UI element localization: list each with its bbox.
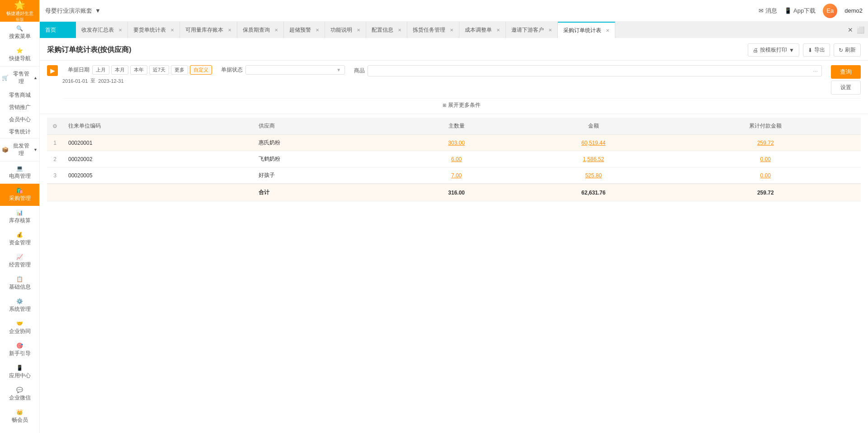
account-dropdown[interactable]: 母婴行业演示账套 ▼ <box>45 7 101 15</box>
sidebar-item-enterprise[interactable]: 🤝 企业协同 <box>0 317 39 339</box>
tab-close-icon[interactable]: ✕ <box>274 28 278 33</box>
sidebar-item-member[interactable]: 会员中心 <box>0 114 39 126</box>
date-range-display: 2016-01-01 至 2023-12-31 <box>62 77 212 84</box>
date-btn-this-year[interactable]: 本年 <box>130 65 147 75</box>
row-paid[interactable]: 259.72 <box>670 135 861 151</box>
date-btn-this-month[interactable]: 本月 <box>111 65 128 75</box>
sidebar-item-wholesale[interactable]: 📦 批发管理 ▼ <box>0 138 39 161</box>
sidebar-item-inventory[interactable]: 📊 库存核算 <box>0 206 39 228</box>
sidebar-item-member2[interactable]: 👑 畅会员 <box>0 405 39 428</box>
system-icon: ⚙️ <box>16 298 23 305</box>
tab-function-desc[interactable]: 功能说明 ✕ <box>325 22 366 38</box>
th-unit-code: 往来单位编码 <box>63 118 253 135</box>
enterprise-icon: 🤝 <box>16 320 23 327</box>
query-button[interactable]: 查询 <box>831 65 861 79</box>
tab-avail-stock[interactable]: 可用量库存账本 ✕ <box>180 22 237 38</box>
tab-close-icon[interactable]: ✕ <box>170 28 174 33</box>
status-select[interactable]: ▼ <box>245 65 345 75</box>
template-print-button[interactable]: 🖨 按模板打印 ▼ <box>748 43 799 57</box>
sidebar-item-app-center[interactable]: 📱 应用中心 <box>0 361 39 383</box>
row-qty[interactable]: 6.00 <box>396 151 516 167</box>
tab-purchase-stats[interactable]: 采购订单统计表 ✕ <box>558 22 615 38</box>
export-button[interactable]: ⬇ 导出 <box>803 43 830 57</box>
sidebar-item-operations[interactable]: 📈 经营管理 <box>0 250 39 272</box>
table-row: 2 00020002 飞鹤奶粉 6.00 1,586.52 0.00 <box>47 151 861 167</box>
export-label: 导出 <box>814 46 825 54</box>
app-logo: 🌟 畅捷通好生意 标版 <box>0 0 39 22</box>
sidebar-item-finance[interactable]: 💰 资金管理 <box>0 228 39 250</box>
row-num: 1 <box>47 135 63 151</box>
tab-close-icon[interactable]: ✕ <box>118 28 122 33</box>
filter-toggle-button[interactable]: ▶ <box>47 65 58 76</box>
tab-order-stats[interactable]: 要货单统计表 ✕ <box>128 22 180 38</box>
settings-button[interactable]: 设置 <box>831 81 861 95</box>
tab-close-icon[interactable]: ✕ <box>228 28 231 33</box>
sidebar-item-basic[interactable]: 📋 基础信息 <box>0 272 39 295</box>
date-btn-7days[interactable]: 近7天 <box>149 65 169 75</box>
tab-cost-adjust[interactable]: 成本调整单 ✕ <box>459 22 506 38</box>
tab-home[interactable]: 首页 <box>40 22 76 38</box>
tab-config-info[interactable]: 配置信息 ✕ <box>366 22 407 38</box>
export-icon: ⬇ <box>808 47 812 53</box>
row-amount[interactable]: 1,586.52 <box>517 151 670 167</box>
row-paid[interactable]: 0.00 <box>670 167 861 184</box>
app-center-icon: 📱 <box>16 365 23 371</box>
sidebar-item-label: 搜索菜单 <box>9 33 31 40</box>
sidebar-item-retail-shop[interactable]: 零售商城 <box>0 89 39 101</box>
tab-close-icon[interactable]: ✕ <box>606 28 609 33</box>
sidebar-item-shortcut[interactable]: ⭐ 快捷导航 <box>0 44 39 66</box>
tabs-bar: 首页 收发存汇总表 ✕ 要货单统计表 ✕ 可用量库存账本 ✕ 保质期查询 ✕ 超… <box>40 22 868 38</box>
close-tab-icon[interactable]: ✕ <box>848 26 853 33</box>
tab-close-icon[interactable]: ✕ <box>496 28 500 33</box>
sidebar-item-purchase[interactable]: 🛍️ 采购管理 <box>0 184 39 206</box>
row-amount[interactable]: 60,519.44 <box>517 135 670 151</box>
sidebar-item-retail[interactable]: 🛒 零售管理 ▲ <box>0 67 39 89</box>
tab-invite-downstream[interactable]: 邀请下游客户 ✕ <box>506 22 558 38</box>
tab-picking-task[interactable]: 拣货任务管理 ✕ <box>407 22 459 38</box>
tab-close-icon[interactable]: ✕ <box>398 28 401 33</box>
column-settings-icon[interactable]: ⚙ <box>52 123 57 129</box>
sidebar-item-newbie[interactable]: 🎯 新手引导 <box>0 339 39 361</box>
refresh-button[interactable]: ↻ 刷新 <box>834 43 861 57</box>
tab-close-icon[interactable]: ✕ <box>548 28 552 33</box>
chevron-right-icon: ▶ <box>50 67 55 74</box>
sidebar-item-retail-stats[interactable]: 零售统计 <box>0 126 39 138</box>
tab-overstock[interactable]: 超储预警 ✕ <box>284 22 325 38</box>
sidebar-item-search[interactable]: 🔍 搜索菜单 <box>0 22 39 44</box>
user-avatar[interactable]: Ea <box>823 4 837 18</box>
sidebar-item-label: 营销推广 <box>9 104 31 111</box>
date-btn-more[interactable]: 更多 <box>171 65 188 75</box>
inventory-icon: 📊 <box>16 209 23 216</box>
tab-expiry-query[interactable]: 保质期查询 ✕ <box>237 22 284 38</box>
tab-close-icon[interactable]: ✕ <box>316 28 319 33</box>
sidebar-item-marketing[interactable]: 营销推广 <box>0 101 39 114</box>
th-settings: ⚙ <box>47 118 63 135</box>
row-amount[interactable]: 525.80 <box>517 167 670 184</box>
footer-label: 合计 <box>253 184 396 201</box>
tab-close-icon[interactable]: ✕ <box>450 28 453 33</box>
row-qty[interactable]: 303.00 <box>396 135 516 151</box>
row-qty[interactable]: 7.00 <box>396 167 516 184</box>
tab-close-icon[interactable]: ✕ <box>357 28 360 33</box>
date-btn-last-month[interactable]: 上月 <box>92 65 109 75</box>
ellipsis-icon: ··· <box>813 67 818 74</box>
sidebar-item-wechat[interactable]: 💬 企业微信 <box>0 383 39 405</box>
maximize-icon[interactable]: ⬜ <box>857 26 864 33</box>
tab-label: 拣货任务管理 <box>413 26 445 34</box>
chevron-down-icon: ▼ <box>95 7 101 14</box>
expand-filter-button[interactable]: ⊞ 展开更多条件 <box>443 101 481 109</box>
row-paid[interactable]: 0.00 <box>670 151 861 167</box>
sidebar-item-label: 新手引导 <box>9 350 31 357</box>
tab-label: 收发存汇总表 <box>81 26 114 34</box>
date-filter-label: 单据日期 <box>62 66 90 74</box>
sidebar-item-ecommerce[interactable]: 💻 电商管理 <box>0 161 39 184</box>
goods-input[interactable]: ··· <box>368 65 822 76</box>
sidebar: 🌟 畅捷通好生意 标版 🔍 搜索菜单 ⭐ 快捷导航 🛒 零售管理 ▲ 零售商城 … <box>0 0 40 433</box>
sidebar-item-system[interactable]: ⚙️ 系统管理 <box>0 295 39 317</box>
th-qty: 主数量 <box>396 118 516 135</box>
date-btn-custom[interactable]: 自定义 <box>190 65 212 75</box>
app-download-button[interactable]: 📱 App下载 <box>784 7 816 15</box>
tab-recv-summary[interactable]: 收发存汇总表 ✕ <box>76 22 128 38</box>
sidebar-item-label: 基础信息 <box>9 283 31 291</box>
message-button[interactable]: ✉ 消息 <box>759 7 777 15</box>
